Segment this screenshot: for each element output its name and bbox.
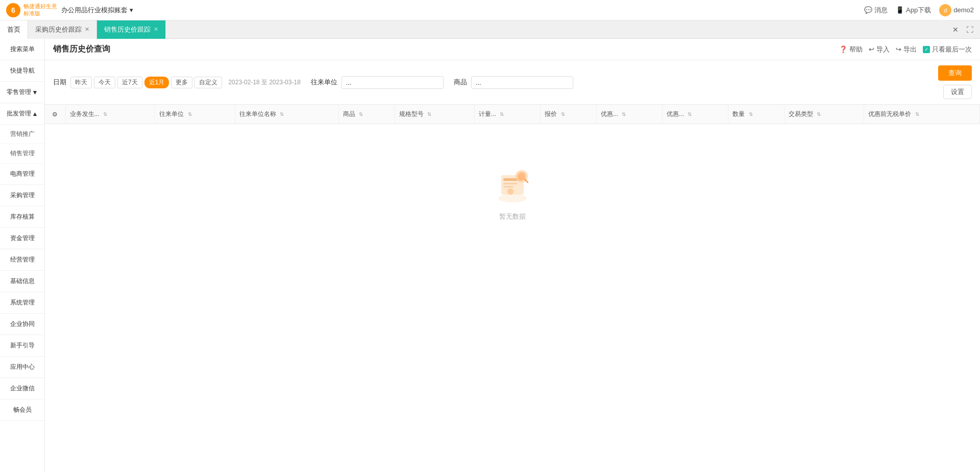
col-trade-type[interactable]: 交易类型 ⇅ [784,105,864,124]
date-btn-custom[interactable]: 自定义 [194,77,222,88]
sort-icon: ⇅ [280,111,284,117]
tab-purchase-history[interactable]: 采购历史价跟踪 ✕ [28,20,97,39]
col-discount2[interactable]: 优惠... ⇅ [663,105,728,124]
sidebar-item-search[interactable]: 搜索菜单 [0,39,44,60]
sidebar-item-app-center[interactable]: 应用中心 [0,357,44,378]
sidebar-item-finance[interactable]: 资金管理 [0,228,44,249]
download-icon: 📱 [896,6,904,14]
col-settings[interactable]: ⚙ [45,105,65,124]
chevron-up-icon: ▲ [32,110,38,117]
message-button[interactable]: 💬 消息 [864,6,888,15]
import-button[interactable]: ↩ 导入 [869,45,890,54]
date-buttons: 昨天 今天 近7天 近1月 更多 自定义 [70,77,222,88]
sidebar-item-purchase[interactable]: 采购管理 [0,185,44,206]
date-btn-today[interactable]: 今天 [94,77,115,88]
date-filter-label: 日期 [53,78,66,87]
avatar: d [939,4,951,16]
topbar-right: 💬 消息 📱 App下载 d demo2 [864,4,974,16]
sidebar-item-shortcut[interactable]: 快捷导航 [0,60,44,82]
topbar: 6 畅捷通好生意 标准版 办公用品行业模拟账套 ▾ 💬 消息 📱 App下载 d… [0,0,980,20]
content-area: 销售历史价查询 ❓ 帮助 ↩ 导入 ↪ 导出 ✓ 只看最后一次 [45,39,980,472]
sort-icon: ⇅ [500,111,504,117]
product-input[interactable]: ... [471,76,573,89]
tab-sales-history[interactable]: 销售历史价跟踪 ✕ [97,20,166,39]
sort-icon: ⇅ [749,111,753,117]
sort-icon: ⇅ [427,111,431,117]
partner-input-dots: ... [346,79,352,86]
sidebar-item-wechat[interactable]: 企业微信 [0,378,44,399]
date-range-text: 2023-02-18 至 2023-03-18 [228,78,300,87]
col-partner-code[interactable]: 往来单位 ⇅ [155,105,235,124]
sidebar-item-guide[interactable]: 新手引导 [0,335,44,357]
export-icon: ↪ [896,45,901,53]
page-actions: ❓ 帮助 ↩ 导入 ↪ 导出 ✓ 只看最后一次 [839,45,972,54]
sidebar-item-member[interactable]: 畅会员 [0,399,44,421]
date-btn-more[interactable]: 更多 [171,77,192,88]
col-unit[interactable]: 计量... ⇅ [475,105,541,124]
date-btn-1month[interactable]: 近1月 [144,77,169,88]
sidebar-item-system[interactable]: 系统管理 [0,292,44,314]
filter-bar: 日期 昨天 今天 近7天 近1月 更多 自定义 2023-02-18 至 202… [45,60,980,105]
date-btn-7days[interactable]: 近7天 [117,77,142,88]
empty-text: 暂无数据 [499,212,526,221]
industry-selector[interactable]: 办公用品行业模拟账套 ▾ [61,6,133,15]
filter-right: 查询 设置 [938,65,972,99]
partner-filter-group: 往来单位 ... [311,76,444,89]
col-biz-date[interactable]: 业务发生... ⇅ [65,105,155,124]
import-icon: ↩ [869,45,874,53]
topbar-left: 6 畅捷通好生意 标准版 办公用品行业模拟账套 ▾ [6,3,133,17]
tab-actions: ✕ ⛶ [949,23,980,36]
main-layout: 搜索菜单 快捷导航 零售管理 ▼ 批发管理 ▲ 营销推广 销售管理 电商管理 采… [0,39,980,472]
sort-icon: ⇅ [188,111,192,117]
empty-state: 暂无数据 [45,124,980,262]
tab-home[interactable]: 首页 [0,20,28,39]
col-pre-tax-price[interactable]: 优惠前无税单价 ⇅ [864,105,980,124]
logo-area: 6 畅捷通好生意 标准版 [6,3,57,17]
date-btn-yesterday[interactable]: 昨天 [70,77,92,88]
logo-text: 畅捷通好生意 标准版 [23,3,57,16]
close-all-tabs-button[interactable]: ✕ [949,23,962,36]
only-last-checkbox[interactable]: ✓ [923,46,930,53]
partner-filter-label: 往来单位 [311,78,337,87]
sidebar-item-retail[interactable]: 零售管理 ▼ [0,82,44,103]
table-container: ⚙ 业务发生... ⇅ 往来单位 ⇅ 往来单位名称 ⇅ [45,105,980,472]
sidebar-item-operations[interactable]: 经营管理 [0,249,44,271]
help-button[interactable]: ❓ 帮助 [839,45,863,54]
sidebar-item-sales-mgmt[interactable]: 销售管理 [0,144,44,163]
only-last-checkbox-label[interactable]: ✓ 只看最后一次 [923,45,972,54]
col-discount1[interactable]: 优惠... ⇅ [596,105,662,124]
sidebar-item-wholesale[interactable]: 批发管理 ▲ [0,103,44,125]
sidebar-item-inventory[interactable]: 库存核算 [0,206,44,228]
col-partner-name[interactable]: 往来单位名称 ⇅ [235,105,338,124]
logo-icon: 6 [6,3,20,17]
export-button[interactable]: ↪ 导出 [896,45,917,54]
settings-button[interactable]: 设置 [943,85,972,99]
table-header-row: ⚙ 业务发生... ⇅ 往来单位 ⇅ 往来单位名称 ⇅ [45,105,980,124]
sidebar-item-basic-info[interactable]: 基础信息 [0,271,44,292]
maximize-button[interactable]: ⛶ [964,23,976,36]
sidebar-item-cooperation[interactable]: 企业协同 [0,314,44,335]
date-filter-group: 日期 昨天 今天 近7天 近1月 更多 自定义 2023-02-18 至 202… [53,77,301,88]
sort-icon: ⇅ [561,111,565,117]
col-product[interactable]: 商品 ⇅ [338,105,395,124]
sort-icon: ⇅ [103,111,107,117]
sort-icon: ⇅ [622,111,626,117]
sort-icon: ⇅ [817,111,821,117]
sidebar-item-ecommerce[interactable]: 电商管理 [0,163,44,185]
close-purchase-tab-icon[interactable]: ✕ [85,26,89,33]
product-filter-label: 商品 [454,78,467,87]
chevron-down-icon: ▾ [130,6,133,14]
close-sales-tab-icon[interactable]: ✕ [154,26,158,33]
query-button[interactable]: 查询 [938,65,972,81]
svg-point-8 [507,188,513,195]
user-menu[interactable]: d demo2 [939,4,974,16]
data-table: ⚙ 业务发生... ⇅ 往来单位 ⇅ 往来单位名称 ⇅ [45,105,980,262]
col-quote-price[interactable]: 报价 ⇅ [541,105,597,124]
col-spec[interactable]: 规格型号 ⇅ [395,105,474,124]
sidebar-item-marketing[interactable]: 营销推广 [0,125,44,144]
svg-rect-4 [503,186,513,187]
partner-input[interactable]: ... [341,76,444,89]
empty-icon [492,165,533,206]
app-download-button[interactable]: 📱 App下载 [896,6,931,15]
col-quantity[interactable]: 数量 ⇅ [728,105,785,124]
